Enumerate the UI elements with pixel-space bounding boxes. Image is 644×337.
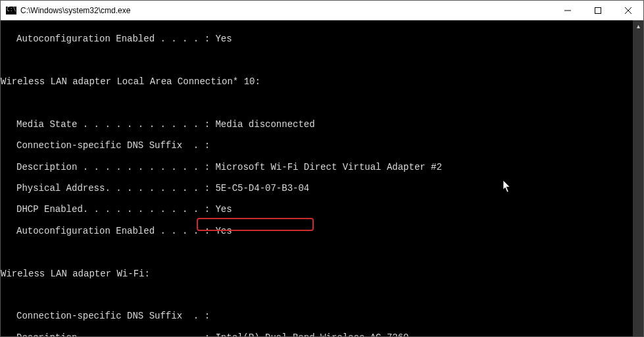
output-line: Connection-specific DNS Suffix . : — [1, 140, 633, 151]
maximize-button[interactable] — [583, 1, 613, 20]
vertical-scrollbar[interactable]: ▴ — [633, 20, 643, 336]
cmd-window: C:\Windows\system32\cmd.exe Autoconfigur… — [0, 0, 644, 337]
output-line: Description . . . . . . . . . . . : Micr… — [1, 162, 633, 172]
output-line — [1, 55, 633, 66]
output-line: Autoconfiguration Enabled . . . . : Yes — [1, 34, 633, 44]
titlebar[interactable]: C:\Windows\system32\cmd.exe — [1, 1, 643, 20]
cmd-icon — [6, 7, 16, 14]
output-line: DHCP Enabled. . . . . . . . . . . : Yes — [1, 204, 633, 215]
minimize-button[interactable] — [553, 1, 583, 20]
output-line — [1, 290, 633, 300]
terminal-output[interactable]: Autoconfiguration Enabled . . . . : Yes … — [1, 20, 633, 336]
output-line: Autoconfiguration Enabled . . . . : Yes — [1, 226, 633, 236]
output-line: Connection-specific DNS Suffix . : — [1, 311, 633, 321]
output-line: Description . . . . . . . . . . . : Inte… — [1, 332, 633, 336]
terminal-client-area: Autoconfiguration Enabled . . . . : Yes … — [1, 20, 643, 336]
section-header: Wireless LAN adapter Local Area Connecti… — [1, 76, 633, 87]
section-header: Wireless LAN adapter Wi-Fi: — [1, 269, 633, 279]
scroll-up-icon[interactable]: ▴ — [633, 20, 643, 31]
output-line — [1, 247, 633, 257]
window-title: C:\Windows\system32\cmd.exe — [20, 6, 130, 15]
output-line: Media State . . . . . . . . . . . : Medi… — [1, 119, 633, 130]
svg-rect-1 — [595, 7, 601, 13]
output-line: Physical Address. . . . . . . . . : 5E-C… — [1, 183, 633, 194]
output-line — [1, 97, 633, 108]
close-button[interactable] — [613, 1, 643, 20]
